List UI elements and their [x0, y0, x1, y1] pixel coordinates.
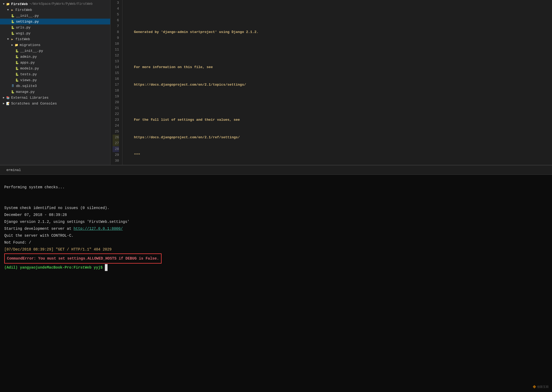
- py-icon-init2: 🐍: [15, 49, 19, 53]
- py-icon-tests: 🐍: [15, 72, 19, 76]
- sidebar-label-tests: tests.py: [20, 72, 37, 76]
- code-editor[interactable]: 3 4 5 6 7 8 9 10 11 12 13 14 15 16 17 18…: [110, 0, 552, 165]
- term-line-blank3: [4, 198, 548, 205]
- py-icon-manage: 🐍: [11, 90, 15, 94]
- terminal-tab-bar: erminal: [0, 165, 552, 175]
- watermark-text: 创新互联: [537, 385, 549, 388]
- sidebar-item-admin[interactable]: 🐍 admin.py: [0, 54, 110, 60]
- code-editor-area: 3 4 5 6 7 8 9 10 11 12 13 14 15 16 17 18…: [110, 0, 552, 165]
- py-icon-models: 🐍: [15, 66, 19, 70]
- arrow-firstweb: ▼: [6, 8, 10, 11]
- term-line-quit: Quit the server with CONTROL-C.: [4, 232, 548, 239]
- migrations-folder-icon: 📁: [14, 43, 19, 47]
- extlibs-icon: 📚: [6, 95, 10, 100]
- sidebar-label-urls: urls.py: [16, 26, 31, 30]
- sqlite-icon: 🗄: [11, 84, 15, 88]
- scratches-icon: 📝: [6, 101, 10, 106]
- code-content[interactable]: Generated by 'django-admin startproject'…: [122, 0, 552, 165]
- sidebar-item-extlibs[interactable]: ▶ 📚 External Libraries: [0, 95, 110, 101]
- fistweb-folder-icon: ▶: [10, 37, 14, 41]
- sidebar-item-urls[interactable]: 🐍 urls.py: [0, 24, 110, 30]
- code-line-7: https://docs.djangoproject.com/en/2.1/to…: [126, 82, 552, 88]
- code-line-8: [126, 99, 552, 105]
- sidebar-item-wsgi[interactable]: 🐍 wsgi.py: [0, 30, 110, 36]
- sidebar-label-init2: __init__.py: [20, 49, 43, 53]
- sidebar-item-migrations[interactable]: ▶ 📁 migrations: [0, 42, 110, 48]
- sidebar-item-scratches[interactable]: ▶ 📝 Scratches and Consoles: [0, 101, 110, 106]
- term-line-noissues: System check identified no issues (0 sil…: [4, 205, 548, 211]
- sidebar-label-scratches: Scratches and Consoles: [11, 102, 57, 106]
- term-cursor: [105, 264, 108, 271]
- term-prompt-text: (Adil) yangyaojundeMacBook-Pro:FirstWeb …: [4, 265, 103, 270]
- term-line-prompt: (Adil) yangyaojundeMacBook-Pro:FirstWeb …: [4, 264, 548, 271]
- sidebar-item-db[interactable]: 🗄 db.sqlite3: [0, 83, 110, 89]
- code-line-5: [126, 47, 552, 53]
- sidebar-root-label: FirstWeb: [11, 2, 28, 6]
- sidebar-label-wsgi: wsgi.py: [16, 31, 31, 35]
- term-line-404: [07/Dec/2018 08:39:29] "GET / HTTP/1.1" …: [4, 246, 548, 253]
- py-icon-urls: 🐍: [11, 25, 15, 30]
- sidebar-item-firstweb[interactable]: ▼ ▶ FirstWeb: [0, 7, 110, 13]
- sidebar-item-init2[interactable]: 🐍 __init__.py: [0, 48, 110, 54]
- sidebar-label-admin: admin.py: [20, 55, 37, 59]
- term-line-date: December 07, 2018 - 08:39:28: [4, 211, 548, 218]
- sidebar-label-firstweb: FirstWeb: [15, 8, 32, 12]
- py-icon-views: 🐍: [15, 78, 19, 82]
- main-area: ▼ 📁 FirstWeb ~/WorkSpace/PyWork/PyWeb/Fi…: [0, 0, 552, 165]
- sidebar-root[interactable]: ▼ 📁 FirstWeb ~/WorkSpace/PyWork/PyWeb/Fi…: [0, 1, 110, 7]
- term-line-server: Starting development server at http://12…: [4, 225, 548, 232]
- firstweb-folder-icon: ▶: [10, 8, 14, 12]
- term-line-checks: Performing system checks...: [4, 184, 548, 191]
- code-line-11: """: [126, 152, 552, 158]
- term-line-notfound: Not Found: /: [4, 239, 548, 246]
- sidebar-item-init1[interactable]: 🐍 __init__.py: [0, 13, 110, 19]
- sidebar-label-db: db.sqlite3: [16, 84, 37, 88]
- sidebar-item-apps[interactable]: 🐍 apps.py: [0, 60, 110, 65]
- code-line-3: [126, 12, 552, 18]
- sidebar-label-fistweb: fistWeb: [15, 37, 30, 41]
- term-line-blank2: [4, 191, 548, 198]
- py-icon-admin: 🐍: [15, 55, 19, 59]
- line-numbers: 3 4 5 6 7 8 9 10 11 12 13 14 15 16 17 18…: [110, 0, 122, 165]
- arrow-extlibs: ▶: [2, 96, 5, 99]
- arrow-root: ▼: [2, 2, 5, 6]
- sidebar-label-init1: __init__.py: [16, 14, 39, 18]
- sidebar-item-models[interactable]: 🐍 models.py: [0, 65, 110, 71]
- error-box: CommandError: You must set settings.ALLO…: [4, 253, 162, 264]
- py-icon-init1: 🐍: [11, 14, 15, 18]
- watermark-icon: 🔶: [533, 385, 536, 388]
- sidebar-root-path: ~/WorkSpace/PyWork/PyWeb/FirstWeb: [29, 2, 93, 6]
- watermark: 🔶 创新互联: [533, 385, 549, 389]
- py-icon-apps: 🐍: [15, 60, 19, 65]
- sidebar-item-settings[interactable]: 🐍 settings.py: [0, 19, 110, 24]
- code-line-10: https://docs.djangoproject.com/en/2.1/re…: [126, 135, 552, 140]
- code-line-9: For the full list of settings and their …: [126, 117, 552, 123]
- term-line-blank1: [4, 177, 548, 184]
- sidebar-item-manage[interactable]: 🐍 manage.py: [0, 89, 110, 95]
- sidebar-label-extlibs: External Libraries: [11, 96, 48, 100]
- sidebar-label-models: models.py: [20, 66, 39, 70]
- sidebar-label-apps: apps.py: [20, 61, 35, 65]
- root-folder-icon: 📁: [6, 2, 10, 6]
- sidebar-label-migrations: migrations: [20, 43, 40, 47]
- sidebar-item-tests[interactable]: 🐍 tests.py: [0, 71, 110, 77]
- sidebar-label-settings: settings.py: [16, 20, 39, 24]
- code-line-6: For more information on this file, see: [126, 64, 552, 70]
- sidebar: ▼ 📁 FirstWeb ~/WorkSpace/PyWork/PyWeb/Fi…: [0, 0, 110, 165]
- sidebar-label-manage: manage.py: [16, 90, 35, 94]
- term-line-error: CommandError: You must set settings.ALLO…: [7, 256, 159, 261]
- terminal-wrapper: erminal Performing system checks... Syst…: [0, 165, 552, 392]
- sidebar-item-views[interactable]: 🐍 views.py: [0, 77, 110, 83]
- server-link[interactable]: http://127.0.0.1:8000/: [73, 227, 123, 231]
- py-icon-settings: 🐍: [11, 19, 15, 24]
- terminal-content[interactable]: Performing system checks... System check…: [0, 175, 552, 392]
- terminal-tab[interactable]: erminal: [3, 167, 24, 173]
- arrow-fistweb: ▼: [6, 37, 10, 41]
- arrow-migrations: ▶: [11, 43, 14, 47]
- term-line-django: Django version 2.1.2, using settings 'Fi…: [4, 218, 548, 225]
- py-icon-wsgi: 🐍: [11, 31, 15, 35]
- sidebar-item-fistweb[interactable]: ▼ ▶ fistWeb: [0, 36, 110, 42]
- arrow-scratches: ▶: [2, 102, 5, 105]
- sidebar-label-views: views.py: [20, 78, 37, 82]
- code-line-4: Generated by 'django-admin startproject'…: [126, 29, 552, 35]
